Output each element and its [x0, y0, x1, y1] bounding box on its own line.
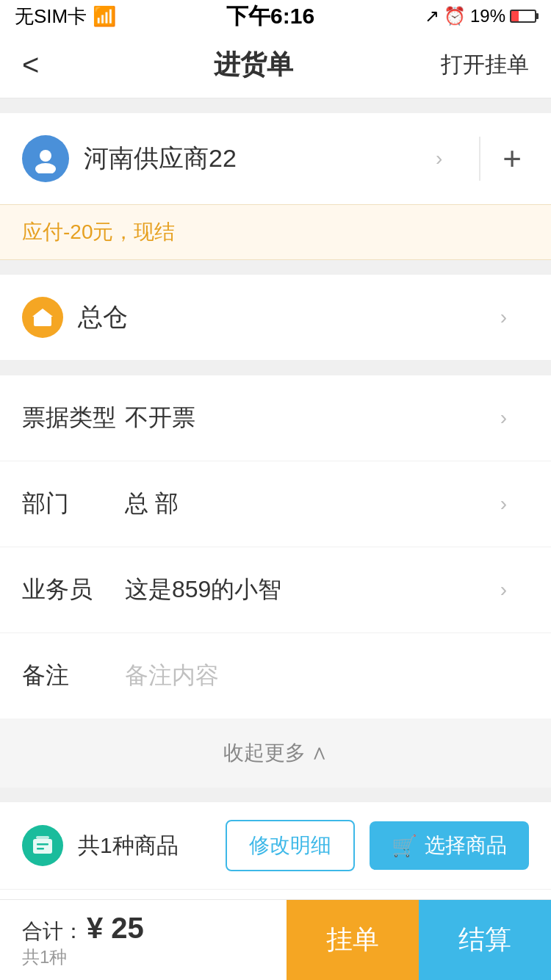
supplier-name: 河南供应商22 [84, 142, 436, 176]
svg-rect-2 [34, 316, 51, 326]
ticket-type-label: 票据类型 [22, 402, 118, 434]
supplier-section: 河南供应商22 › + 应付-20元，现结 [0, 113, 551, 260]
department-chevron-icon: › [500, 492, 507, 516]
supplier-divider [479, 137, 480, 181]
open-hang-button[interactable]: 打开挂单 [441, 50, 529, 80]
edit-detail-button[interactable]: 修改明细 [226, 820, 355, 871]
salesperson-label: 业务员 [22, 574, 118, 606]
salesperson-chevron-icon: › [500, 578, 507, 602]
warehouse-section: 总仓 › [0, 275, 551, 360]
time-display: 下午6:16 [226, 1, 314, 32]
supplier-chevron-icon: › [436, 147, 442, 170]
section-gap-1 [0, 98, 551, 113]
ticket-type-chevron-icon: › [500, 406, 507, 430]
add-supplier-button[interactable]: + [495, 140, 529, 177]
notice-bar: 应付-20元，现结 [0, 204, 551, 260]
warehouse-row[interactable]: 总仓 › [0, 275, 551, 360]
remark-row[interactable]: 备注 备注内容 [0, 633, 551, 718]
product-count-icon [22, 825, 63, 866]
supplier-avatar [22, 135, 69, 182]
warehouse-name: 总仓 [78, 300, 500, 334]
select-product-label: 选择商品 [425, 832, 507, 860]
total-label: 合计： [22, 918, 84, 945]
salesperson-row[interactable]: 业务员 这是859的小智 › [0, 547, 551, 633]
product-count-text: 共1种商品 [78, 831, 211, 861]
checkout-button[interactable]: 结算 [419, 900, 551, 980]
ticket-type-row[interactable]: 票据类型 不开票 › [0, 375, 551, 461]
svg-rect-4 [33, 839, 52, 854]
status-bar: 无SIM卡 📶 下午6:16 ↗ ⏰ 19% [0, 0, 551, 32]
back-button[interactable]: < [22, 48, 66, 82]
status-left: 无SIM卡 📶 [15, 4, 116, 29]
remark-label: 备注 [22, 660, 118, 692]
salesperson-value: 这是859的小智 [118, 574, 500, 606]
battery-percent: 19% [470, 6, 505, 26]
section-gap-3 [0, 360, 551, 375]
department-value: 总 部 [118, 488, 500, 520]
remark-value: 备注内容 [118, 660, 529, 692]
wifi-icon: 📶 [93, 5, 116, 28]
warehouse-chevron-icon: › [500, 306, 507, 329]
department-row[interactable]: 部门 总 部 › [0, 461, 551, 547]
warehouse-icon [22, 297, 63, 338]
select-product-button[interactable]: 🛒 选择商品 [370, 821, 529, 870]
ticket-type-value: 不开票 [118, 402, 500, 434]
battery-icon [510, 10, 536, 23]
form-section: 票据类型 不开票 › 部门 总 部 › 业务员 这是859的小智 › 备注 备注… [0, 375, 551, 718]
cart-icon: 🛒 [392, 834, 417, 858]
section-gap-2 [0, 260, 551, 275]
svg-marker-3 [32, 309, 53, 317]
product-header: 共1种商品 修改明细 🛒 选择商品 [0, 802, 551, 889]
status-right: ↗ ⏰ 19% [425, 6, 536, 26]
total-sub: 共1种 [22, 945, 264, 969]
nav-bar: < 进货单 打开挂单 [0, 32, 551, 98]
total-section: 合计： ¥ 25 共1种 [0, 900, 287, 980]
svg-rect-6 [37, 843, 48, 846]
department-label: 部门 [22, 488, 118, 520]
svg-point-1 [35, 163, 56, 173]
section-gap-4 [0, 788, 551, 802]
location-icon: ↗ [425, 6, 439, 26]
svg-rect-7 [37, 848, 44, 850]
bottom-bar: 合计： ¥ 25 共1种 挂单 结算 [0, 899, 551, 980]
hang-button[interactable]: 挂单 [287, 900, 419, 980]
page-title: 进货单 [66, 47, 441, 83]
svg-point-0 [40, 150, 51, 162]
total-amount: ¥ 25 [87, 912, 144, 945]
carrier-text: 无SIM卡 [15, 4, 87, 29]
svg-rect-5 [36, 836, 49, 839]
alarm-icon: ⏰ [444, 6, 466, 26]
supplier-row[interactable]: 河南供应商22 › + [0, 113, 551, 204]
collapse-button[interactable]: 收起更多 ∧ [0, 718, 551, 788]
